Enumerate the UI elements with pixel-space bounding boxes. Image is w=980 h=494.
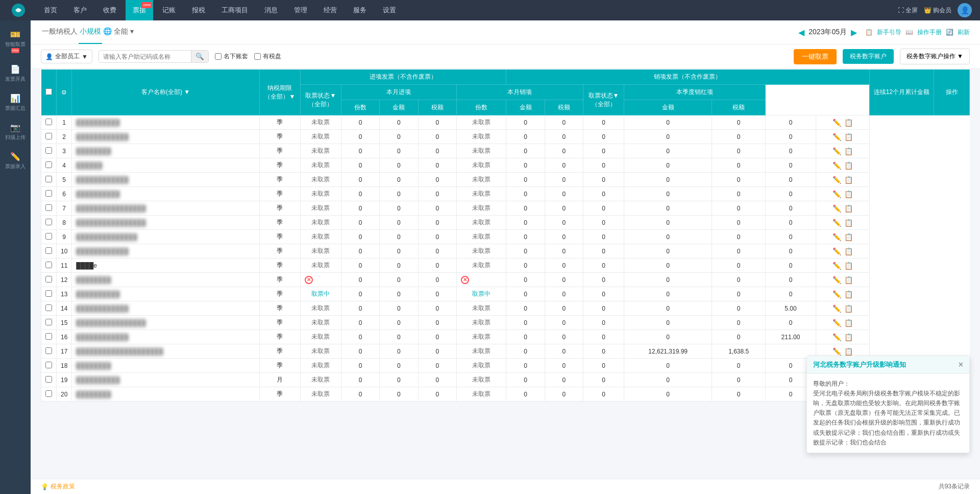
copy-icon[interactable]: 📋 — [844, 304, 853, 313]
member-btn[interactable]: 👑 购会员 — [924, 6, 951, 15]
edit-icon[interactable]: ✏️ — [832, 247, 841, 255]
employee-select[interactable]: 👤 全部员工 ▼ — [41, 50, 92, 63]
refresh-link[interactable]: 刷新 — [958, 28, 970, 37]
header-client-name[interactable]: 客户名称(全部) ▼ — [72, 69, 260, 115]
search-btn[interactable]: 🔍 — [191, 51, 208, 62]
row-checkbox[interactable] — [45, 219, 52, 225]
row-checkbox[interactable] — [45, 347, 52, 354]
nav-item-工商项目[interactable]: 工商项目 — [214, 0, 255, 20]
sidebar-item-票据录入[interactable]: ✏️票据录入 — [0, 147, 31, 174]
edit-icon[interactable]: ✏️ — [832, 233, 841, 241]
row-checkbox[interactable] — [45, 247, 52, 254]
sidebar-item-智能取票[interactable]: 🎫智能取票new — [0, 25, 31, 57]
nav-item-记账[interactable]: 记账 — [155, 0, 183, 20]
nav-item-首页[interactable]: 首页 — [37, 0, 64, 20]
row-checkbox[interactable] — [45, 319, 52, 325]
edit-icon[interactable]: ✏️ — [832, 119, 841, 127]
edit-icon[interactable]: ✏️ — [832, 161, 841, 170]
checkbox-myaccount[interactable]: 名下账套 — [215, 52, 248, 61]
guide-link[interactable]: 新手引导 — [877, 28, 901, 37]
row-checkbox[interactable] — [45, 362, 52, 368]
nav-item-收费[interactable]: 收费 — [96, 0, 124, 20]
nav-item-管理[interactable]: 管理 — [287, 0, 314, 20]
one-click-btn[interactable]: 一键取票 — [794, 49, 837, 64]
row-checkbox[interactable] — [45, 290, 52, 297]
sub-nav-item-小规模[interactable]: 小规模 — [79, 20, 102, 44]
digital-account-btn[interactable]: 税务数字账户 — [843, 49, 894, 64]
row-checkbox[interactable] — [45, 376, 52, 383]
copy-icon[interactable]: 📋 — [844, 290, 853, 298]
row-checkbox[interactable] — [45, 262, 52, 268]
nav-item-设置[interactable]: 设置 — [376, 0, 403, 20]
copy-icon[interactable]: 📋 — [844, 119, 853, 127]
next-date-btn[interactable]: ▶ — [851, 28, 857, 37]
edit-icon[interactable]: ✏️ — [832, 304, 841, 313]
nav-item-服务[interactable]: 服务 — [346, 0, 374, 20]
checkbox-myaccount-input[interactable] — [215, 53, 222, 60]
header-out-status[interactable]: 取票状态▼（全部） — [583, 85, 624, 115]
edit-icon[interactable]: ✏️ — [832, 276, 841, 284]
row-checkbox[interactable] — [45, 304, 52, 311]
search-input[interactable] — [99, 51, 191, 62]
copy-icon[interactable]: 📋 — [844, 347, 853, 356]
nav-item-客户[interactable]: 客户 — [66, 0, 94, 20]
edit-icon[interactable]: ✏️ — [832, 204, 841, 213]
row-checkbox[interactable] — [45, 233, 52, 240]
copy-icon[interactable]: 📋 — [844, 190, 853, 198]
row-checkbox[interactable] — [45, 333, 52, 340]
sidebar-item-发票开具[interactable]: 📄发票开具 — [0, 59, 31, 86]
copy-icon[interactable]: 📋 — [844, 262, 853, 270]
sidebar-item-扫描上传[interactable]: 📷扫描上传 — [0, 117, 31, 145]
edit-icon[interactable]: ✏️ — [832, 133, 841, 141]
copy-icon[interactable]: 📋 — [844, 233, 853, 241]
avatar[interactable]: 👤 — [958, 3, 972, 17]
row-checkbox[interactable] — [45, 133, 52, 139]
copy-icon[interactable]: 📋 — [844, 219, 853, 227]
sidebar-item-票据汇总[interactable]: 📊票据汇总 — [0, 88, 31, 115]
copy-icon[interactable]: 📋 — [844, 276, 853, 284]
row-checkbox[interactable] — [45, 161, 52, 168]
copy-icon[interactable]: 📋 — [844, 247, 853, 255]
header-in-status[interactable]: 取票状态▼（全部） — [300, 85, 341, 115]
copy-icon[interactable]: 📋 — [844, 204, 853, 213]
row-checkbox[interactable] — [45, 390, 52, 397]
digital-ops-btn[interactable]: 税务数字账户操作 ▼ — [900, 49, 970, 64]
copy-icon[interactable]: 📋 — [844, 161, 853, 170]
checkbox-taxpad-input[interactable] — [254, 53, 261, 60]
nav-item-报税[interactable]: 报税 — [185, 0, 212, 20]
edit-icon[interactable]: ✏️ — [832, 262, 841, 270]
copy-icon[interactable]: 📋 — [844, 147, 853, 155]
sub-nav-item-全能[interactable]: 🌐 全能 ▾ — [102, 20, 135, 44]
row-checkbox[interactable] — [45, 190, 52, 197]
row-checkbox[interactable] — [45, 176, 52, 182]
row-checkbox[interactable] — [45, 276, 52, 283]
edit-icon[interactable]: ✏️ — [832, 347, 841, 356]
copy-icon[interactable]: 📋 — [844, 176, 853, 184]
row-checkbox[interactable] — [45, 147, 52, 154]
logo[interactable] — [8, 0, 29, 20]
edit-icon[interactable]: ✏️ — [832, 319, 841, 327]
header-tax-period[interactable]: 纳税期限（全部）▼ — [259, 69, 300, 115]
notification-close-btn[interactable]: × — [959, 360, 963, 369]
copy-icon[interactable]: 📋 — [844, 319, 853, 327]
copy-icon[interactable]: 📋 — [844, 333, 853, 341]
edit-icon[interactable]: ✏️ — [832, 190, 841, 198]
nav-item-消息[interactable]: 消息 — [257, 0, 285, 20]
edit-icon[interactable]: ✏️ — [832, 290, 841, 298]
row-checkbox[interactable] — [45, 119, 52, 125]
fullscreen-btn[interactable]: ⛶ 全屏 — [898, 6, 918, 15]
nav-item-票据[interactable]: 票据new — [126, 0, 153, 20]
prev-date-btn[interactable]: ◀ — [798, 28, 804, 37]
nav-item-经营[interactable]: 经营 — [316, 0, 344, 20]
checkbox-taxpad[interactable]: 有税盘 — [254, 52, 281, 61]
edit-icon[interactable]: ✏️ — [832, 219, 841, 227]
edit-icon[interactable]: ✏️ — [832, 147, 841, 155]
sub-nav-item-一般纳税人[interactable]: 一般纳税人 — [41, 20, 79, 44]
edit-icon[interactable]: ✏️ — [832, 333, 841, 341]
copy-icon[interactable]: 📋 — [844, 133, 853, 141]
tax-policy-link[interactable]: 税务政策 — [51, 482, 75, 491]
manual-link[interactable]: 操作手册 — [917, 28, 942, 37]
row-checkbox[interactable] — [45, 204, 52, 211]
edit-icon[interactable]: ✏️ — [832, 176, 841, 184]
select-all-checkbox[interactable] — [45, 88, 52, 95]
